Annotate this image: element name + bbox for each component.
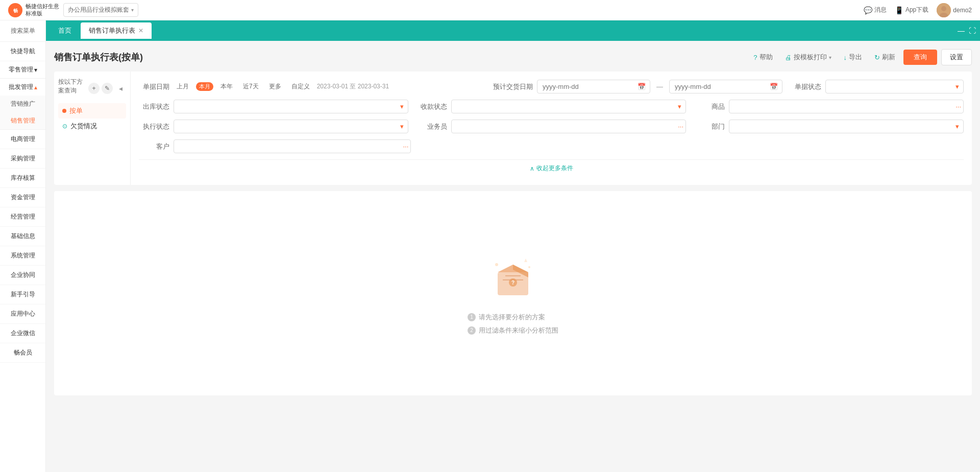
- delivery-status-input[interactable]: [174, 100, 396, 113]
- sidebar-section-wholesale: 批发管理 ▴ 营销推广 销售管理: [0, 79, 45, 130]
- filter-field-payment-status: 收款状态: [416, 100, 686, 113]
- sidebar-item-basic[interactable]: 基础信息: [0, 227, 45, 246]
- filter-field-customer: 客户 ···: [139, 139, 411, 153]
- customer-input[interactable]: [174, 140, 401, 153]
- filter-field-date: 单据日期 上月 本月 本年 近7天 更多 自定义 2023-03-01 至 20…: [139, 81, 485, 92]
- sidebar-item-inventory[interactable]: 库存核算: [0, 169, 45, 188]
- tab-minimize-icon[interactable]: —: [958, 27, 965, 35]
- sidebar-item-purchase[interactable]: 采购管理: [0, 149, 45, 169]
- sidebar-item-system[interactable]: 系统管理: [0, 246, 45, 266]
- filter-main: 单据日期 上月 本月 本年 近7天 更多 自定义 2023-03-01 至 20…: [131, 72, 972, 185]
- date-shortcut-7days[interactable]: 近7天: [240, 81, 262, 92]
- customer-more-icon[interactable]: ···: [401, 143, 410, 150]
- tab-close-icon[interactable]: ✕: [138, 27, 143, 34]
- page-title: 销售订单执行表(按单): [54, 51, 143, 63]
- tab-sales-execution[interactable]: 销售订单执行表 ✕: [81, 22, 152, 39]
- date-shortcut-last-month[interactable]: 上月: [174, 81, 192, 92]
- sidebar-search-area[interactable]: 搜索菜单: [0, 20, 45, 42]
- date-shortcut-custom[interactable]: 自定义: [288, 81, 313, 92]
- order-status-dropdown-icon[interactable]: [951, 83, 963, 90]
- tab-maximize-icon[interactable]: ⛶: [969, 27, 976, 35]
- product-input[interactable]: [729, 100, 953, 113]
- calendar-start-icon[interactable]: 📅: [633, 83, 650, 90]
- order-status-input[interactable]: [826, 80, 951, 93]
- refresh-button[interactable]: ↻ 刷新: [870, 51, 899, 64]
- empty-tip-2: 2 用过滤条件来缩小分析范围: [468, 324, 558, 337]
- calendar-end-icon[interactable]: 📅: [766, 83, 782, 90]
- svg-text:畅: 畅: [13, 8, 18, 13]
- svg-point-12: [495, 263, 498, 266]
- app-download-button[interactable]: 📱 App下载: [895, 6, 928, 14]
- sidebar-item-finance[interactable]: 资金管理: [0, 188, 45, 207]
- delivery-date-end-input[interactable]: [670, 80, 766, 93]
- wholesale-expand-icon: ▴: [34, 84, 37, 91]
- delivery-status-label: 出库状态: [139, 102, 169, 111]
- payment-status-wrapper: [451, 100, 686, 113]
- sidebar-item-ecommerce[interactable]: 电商管理: [0, 130, 45, 149]
- salesperson-more-icon[interactable]: ···: [676, 123, 685, 130]
- filter-sidebar-title: 按以下方案查询: [58, 78, 88, 95]
- sidebar-item-newbie[interactable]: 新手引导: [0, 285, 45, 304]
- help-button[interactable]: ? 帮助: [749, 51, 776, 64]
- delivery-date-end: 📅: [669, 80, 782, 93]
- svg-marker-14: [524, 258, 527, 262]
- department-wrapper: [729, 120, 964, 133]
- payment-status-input[interactable]: [452, 100, 674, 113]
- page-content: 销售订单执行表(按单) ? 帮助 🖨 按模板打印 ↓ 导出: [46, 41, 980, 472]
- collapse-filter-button[interactable]: ◂: [115, 83, 126, 94]
- tab-home[interactable]: 首页: [50, 22, 80, 39]
- search-button[interactable]: 查询: [903, 50, 937, 65]
- salesperson-input[interactable]: [452, 120, 676, 133]
- sidebar-item-shortcut[interactable]: 快捷导航: [0, 42, 45, 61]
- product-label: 商品: [694, 102, 725, 111]
- filter-panel: 按以下方案查询 + ✎ ◂ 按单 ⊙ 欠货情况: [54, 72, 972, 185]
- edit-filter-button[interactable]: ✎: [102, 83, 113, 94]
- date-label: 单据日期: [139, 82, 169, 91]
- search-menu-button[interactable]: 搜索菜单: [4, 25, 41, 37]
- sidebar-item-wholesale[interactable]: 批发管理 ▴: [0, 79, 45, 96]
- filter-option-by-order[interactable]: 按单: [58, 103, 126, 119]
- customer-label: 客户: [139, 142, 169, 151]
- sidebar-item-enterprise[interactable]: 企业协同: [0, 266, 45, 285]
- sidebar-item-retail[interactable]: 零售管理: [0, 61, 45, 78]
- delivery-status-icon[interactable]: [396, 103, 408, 110]
- sidebar-item-operations[interactable]: 经营管理: [0, 207, 45, 227]
- sidebar-item-marketing[interactable]: 营销推广: [0, 96, 45, 112]
- date-shortcut-this-month[interactable]: 本月: [196, 82, 213, 91]
- execution-status-icon[interactable]: [396, 123, 408, 130]
- sidebar-item-app-center[interactable]: 应用中心: [0, 304, 45, 324]
- filter-row-4: 客户 ···: [139, 139, 964, 153]
- template-print-button[interactable]: 🖨 按模板打印: [781, 51, 836, 64]
- sidebar-item-wechat[interactable]: 企业微信: [0, 324, 45, 343]
- payment-status-icon[interactable]: [674, 103, 685, 110]
- filter-field-delivery-date: 预计交货日期 📅 — 📅: [493, 80, 782, 93]
- date-shortcut-more[interactable]: 更多: [266, 81, 284, 92]
- sidebar-item-member[interactable]: 畅会员: [0, 343, 45, 363]
- date-shortcuts: 上月 本月 本年 近7天 更多 自定义 2023-03-01 至 2023-03…: [174, 81, 485, 92]
- export-button[interactable]: ↓ 导出: [840, 51, 867, 64]
- order-status-label: 单据状态: [791, 82, 821, 91]
- salesperson-wrapper: ···: [451, 120, 686, 133]
- add-filter-button[interactable]: +: [88, 83, 100, 94]
- filter-option-by-debt[interactable]: ⊙ 欠货情况: [58, 119, 126, 134]
- delivery-date-start: 📅: [537, 80, 650, 93]
- account-selector[interactable]: 办公用品行业模拟账套: [63, 3, 138, 17]
- svg-point-3: [941, 6, 946, 11]
- product-more-icon[interactable]: ···: [953, 103, 963, 110]
- collapse-bar[interactable]: ∧ 收起更多条件: [139, 159, 964, 177]
- tab-bar-right: — ⛶: [958, 27, 976, 35]
- filter-field-order-status: 单据状态: [791, 80, 964, 93]
- print-dropdown-icon: [829, 55, 831, 60]
- logo-area: 畅 畅捷信好生意 标准版: [8, 3, 59, 17]
- delivery-date-start-input[interactable]: [537, 80, 633, 93]
- avatar: [937, 3, 951, 17]
- department-input[interactable]: [729, 120, 951, 133]
- message-button[interactable]: 💬 消息: [864, 6, 887, 14]
- settings-button[interactable]: 设置: [941, 49, 972, 65]
- execution-status-input[interactable]: [174, 120, 396, 133]
- debt-filter-icon: ⊙: [62, 123, 67, 130]
- department-icon[interactable]: [951, 123, 963, 130]
- date-shortcut-this-year[interactable]: 本年: [217, 81, 236, 92]
- sidebar-item-sales[interactable]: 销售管理: [0, 112, 45, 129]
- user-menu[interactable]: demo2: [937, 3, 972, 17]
